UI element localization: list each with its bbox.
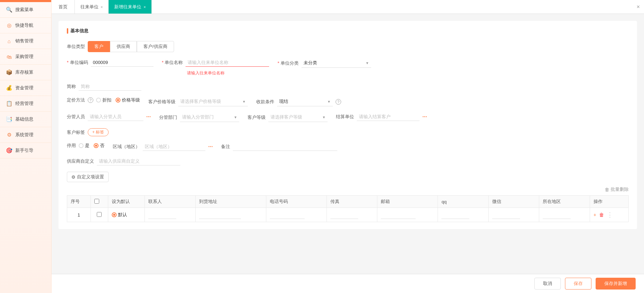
customer-level-select[interactable]: 请选择客户等级 ▼ <box>268 113 328 122</box>
remark-input[interactable] <box>233 143 337 151</box>
unit-name-error: 请输入往来单位名称 <box>187 70 225 76</box>
pricing-method-field: 定价方法 ? 折扣 价格等级 <box>67 97 140 103</box>
fax-input[interactable] <box>330 211 358 219</box>
drag-icon[interactable]: ⋮ <box>607 211 613 219</box>
custom-settings-button[interactable]: ⚙ 自定义项设置 <box>67 172 109 182</box>
sidebar-item-label: 经营管理 <box>15 100 33 107</box>
disabled-no[interactable]: 否 <box>94 143 104 149</box>
unit-category-select[interactable]: 未分类 ▼ <box>301 58 371 68</box>
unit-category-label: 单位分类 <box>277 60 299 66</box>
short-name-row: 简称 <box>67 82 629 91</box>
department-label: 分管部门 <box>159 114 177 121</box>
table-row: 1 默认 <box>67 208 629 222</box>
pricing-radio-group: 折扣 价格等级 <box>96 97 140 103</box>
batch-delete-label[interactable]: 批量删除 <box>611 186 629 193</box>
email-input[interactable] <box>381 211 416 219</box>
purchase-icon: 🛍 <box>6 53 13 60</box>
sidebar-item-guide[interactable]: 🎯 新手引导 <box>0 143 51 158</box>
phone-input[interactable] <box>270 211 305 219</box>
row-wechat <box>488 208 539 222</box>
base-icon: 📑 <box>6 116 13 123</box>
batch-delete-icon: 🗑 <box>605 187 609 192</box>
unit-code-input[interactable] <box>91 58 154 67</box>
pricing-help-icon[interactable]: ? <box>88 97 93 103</box>
row-default-radio[interactable]: 默认 <box>112 212 141 218</box>
sidebar-item-search[interactable]: 🔍 搜索菜单 <box>0 2 51 18</box>
unit-name-field: 单位名称 请输入往来单位名称 <box>162 58 269 76</box>
unit-type-customer[interactable]: 客户 <box>88 41 110 52</box>
cancel-button[interactable]: 取消 <box>534 278 561 290</box>
manager-more-icon[interactable]: ··· <box>146 114 151 120</box>
short-name-input[interactable] <box>79 82 141 91</box>
supplier-custom-input[interactable] <box>97 157 180 165</box>
sidebar-item-purchase[interactable]: 🛍 采购管理 <box>0 49 51 65</box>
disabled-yes[interactable]: 是 <box>79 143 89 149</box>
tab-contacts-label: 往来单位 <box>80 4 99 10</box>
region-more-icon[interactable]: ··· <box>208 144 213 150</box>
unit-name-input[interactable] <box>186 58 269 67</box>
save-button[interactable]: 保存 <box>565 278 591 290</box>
tab-contacts[interactable]: 往来单位 × <box>75 0 109 14</box>
sidebar: 🔍 搜索菜单 ◎ 快捷导航 ⌂ 销售管理 🛍 采购管理 📦 库存核算 💰 资金管… <box>0 0 52 293</box>
sidebar-item-sales[interactable]: ⌂ 销售管理 <box>0 33 51 49</box>
wechat-input[interactable] <box>492 211 520 219</box>
add-tag-button[interactable]: + 标签 <box>88 128 109 136</box>
address-input[interactable] <box>199 211 241 219</box>
sidebar-item-finance[interactable]: 💰 资金管理 <box>0 80 51 96</box>
select-all-checkbox[interactable] <box>94 199 99 204</box>
finance-icon: 💰 <box>6 84 13 91</box>
settlement-input[interactable] <box>357 113 419 121</box>
default-radio-circle <box>112 212 117 217</box>
manager-row: 分管人员 ··· 分管部门 请输入分管部门 ▼ 客户等级 请选择客户等级 ▼ <box>67 113 629 122</box>
pricing-radio-discount[interactable]: 折扣 <box>96 97 111 103</box>
row-region-input[interactable] <box>543 211 571 219</box>
sidebar-item-quicknav[interactable]: ◎ 快捷导航 <box>0 18 51 33</box>
tab-new-contact-close[interactable]: × <box>143 5 146 9</box>
department-select[interactable]: 请输入分管部门 ▼ <box>180 113 239 122</box>
sidebar-item-base[interactable]: 📑 基础信息 <box>0 112 51 127</box>
row-select-checkbox[interactable] <box>97 212 102 217</box>
manager-input[interactable] <box>88 113 143 121</box>
disabled-row: 停用 是 否 区域（地区） ··· <box>67 143 629 151</box>
tab-new-contact[interactable]: 新增往来单位 × <box>109 0 151 14</box>
discount-radio-circle <box>96 98 101 103</box>
settlement-more-icon[interactable]: ··· <box>422 114 427 120</box>
short-name-field: 简称 <box>67 82 141 91</box>
add-row-icon[interactable]: + <box>594 212 596 218</box>
unit-type-supplier[interactable]: 供应商 <box>110 41 137 52</box>
customer-tag-row: 客户标签 + 标签 <box>67 128 629 136</box>
row-checkbox <box>91 208 108 222</box>
unit-type-group: 客户 供应商 客户/供应商 <box>88 41 174 52</box>
tab-contacts-close[interactable]: × <box>101 5 103 9</box>
customer-price-select[interactable]: 请选择客户价格等级 ▼ <box>178 97 248 106</box>
row-actions: + 🗑 ⋮ <box>590 208 628 222</box>
window-close-button[interactable]: × <box>633 4 644 10</box>
sidebar-item-system[interactable]: ⚙ 系统管理 <box>0 127 51 143</box>
sidebar-item-stock[interactable]: 📦 库存核算 <box>0 65 51 80</box>
stock-icon: 📦 <box>6 69 13 76</box>
col-no: 序号 <box>67 196 91 208</box>
col-email: 邮箱 <box>377 196 438 208</box>
payment-help-icon[interactable]: ? <box>336 99 341 105</box>
contact-input[interactable] <box>148 211 176 219</box>
sidebar-item-ops[interactable]: 📋 经营管理 <box>0 96 51 112</box>
disabled-yes-circle <box>79 143 84 148</box>
short-name-label: 简称 <box>67 83 76 90</box>
pricing-radio-level[interactable]: 价格等级 <box>116 97 140 103</box>
chevron-down-icon: ▼ <box>366 61 369 65</box>
chevron-down-icon: ▼ <box>322 115 325 119</box>
customer-level-label: 客户等级 <box>248 114 266 121</box>
row-action-icons: + 🗑 ⋮ <box>594 211 625 219</box>
delete-row-icon[interactable]: 🗑 <box>599 212 604 218</box>
tab-home[interactable]: 首页 <box>52 0 75 14</box>
payment-terms-select[interactable]: 现结 ▼ <box>277 97 333 106</box>
chevron-down-icon: ▼ <box>242 100 246 104</box>
qq-input[interactable] <box>441 211 469 219</box>
chevron-down-icon: ▼ <box>327 100 331 104</box>
unit-type-both[interactable]: 客户/供应商 <box>137 41 174 52</box>
col-phone: 电话号码 <box>266 196 327 208</box>
customer-tag-field: 客户标签 + 标签 <box>67 128 109 136</box>
disabled-label: 停用 <box>67 143 76 149</box>
region-input[interactable] <box>143 143 205 151</box>
save-and-add-button[interactable]: 保存并新增 <box>596 278 636 290</box>
